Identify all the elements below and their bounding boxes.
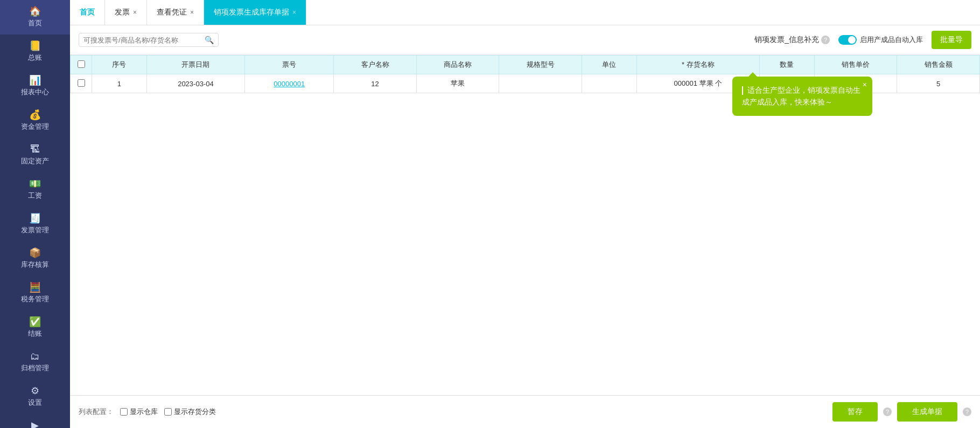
- sidebar-item-invoice-mgmt[interactable]: 🧾 发票管理: [0, 207, 70, 241]
- sidebar-label-wage: 工资: [28, 191, 42, 201]
- auto-warehousing-toggle[interactable]: [838, 35, 857, 45]
- sidebar-item-guide[interactable]: ▶ 新手引导: [0, 414, 70, 428]
- cell-open-date: 2023-03-04: [146, 74, 244, 93]
- asset-icon: 🏗: [30, 144, 40, 154]
- header-quantity: 数量: [760, 56, 815, 74]
- sidebar-label-report: 报表中心: [21, 87, 49, 97]
- invoice-mgmt-icon: 🧾: [29, 213, 41, 223]
- info-label: 销项发票_信息补充: [754, 35, 819, 45]
- sidebar-item-ledger[interactable]: 📒 总账: [0, 34, 70, 69]
- row-checkbox[interactable]: [78, 79, 85, 87]
- tab-bar: 首页 发票 × 查看凭证 × 销项发票生成库存单据 ×: [70, 0, 980, 25]
- tab-invoice[interactable]: 发票 ×: [105, 0, 147, 25]
- sidebar-item-asset[interactable]: 🏗 固定资产: [0, 138, 70, 172]
- sidebar-item-capital[interactable]: 💰 资金管理: [0, 103, 70, 138]
- archive-icon: 🗂: [30, 351, 40, 361]
- row-checkbox-cell[interactable]: [71, 74, 92, 93]
- tooltip-close-icon[interactable]: ×: [863, 81, 867, 88]
- sidebar-label-ledger: 总账: [28, 53, 42, 63]
- sidebar-label-settings: 设置: [28, 398, 42, 408]
- sidebar-label-capital: 资金管理: [21, 122, 49, 132]
- tab-voucher[interactable]: 查看凭证 ×: [147, 0, 204, 25]
- show-stock-category-text: 显示存货分类: [174, 407, 216, 417]
- header-customer: 客户名称: [334, 56, 417, 74]
- header-open-date: 开票日期: [146, 56, 244, 74]
- ledger-icon: 📒: [29, 41, 41, 51]
- info-label-wrap: 销项发票_信息补充 ?: [754, 35, 830, 45]
- header-unit: 单位: [582, 56, 636, 74]
- tab-credit-invoice[interactable]: 销项发票生成库存单据 ×: [204, 0, 306, 25]
- tab-credit-invoice-close[interactable]: ×: [292, 9, 296, 16]
- tab-home[interactable]: 首页: [70, 0, 105, 25]
- sidebar-label-settle: 结账: [28, 329, 42, 339]
- show-warehouse-label[interactable]: 显示仓库: [120, 407, 158, 417]
- save-help-icon[interactable]: ?: [883, 408, 892, 416]
- cell-model: [499, 74, 582, 93]
- tooltip-popup: × 适合生产型企业，销项发票自动生成产成品入库，快来体验～: [732, 77, 872, 116]
- report-icon: 📊: [29, 75, 41, 85]
- tab-voucher-label: 查看凭证: [157, 8, 187, 17]
- cell-unit: [582, 74, 636, 93]
- capital-icon: 💰: [29, 110, 41, 120]
- tab-voucher-close[interactable]: ×: [190, 9, 194, 16]
- tooltip-cursor: [742, 86, 743, 95]
- header-checkbox-cell[interactable]: [71, 56, 92, 74]
- header-goods-name: 商品名称: [416, 56, 499, 74]
- sidebar-item-settings[interactable]: ⚙ 设置: [0, 379, 70, 414]
- show-stock-category-checkbox[interactable]: [164, 408, 172, 416]
- list-config: 列表配置： 显示仓库 显示存货分类: [79, 407, 216, 417]
- sidebar-item-tax[interactable]: 🧮 税务管理: [0, 276, 70, 310]
- toggle-wrap: 启用产成品自动入库: [838, 35, 923, 45]
- toolbar-right: 销项发票_信息补充 ? 启用产成品自动入库 批量导: [754, 31, 971, 49]
- table-header-row: 序号 开票日期 票号 客户名称 商品名称 规格型号 单位 * 存货名称 数量 销…: [71, 56, 980, 74]
- help-icon[interactable]: ?: [821, 36, 830, 44]
- cell-amount: 5: [897, 74, 980, 93]
- sidebar-item-archive[interactable]: 🗂 归档管理: [0, 345, 70, 379]
- guide-icon: ▶: [31, 420, 39, 428]
- show-stock-category-label[interactable]: 显示存货分类: [164, 407, 216, 417]
- search-wrap[interactable]: 🔍: [79, 33, 219, 47]
- sidebar-item-report[interactable]: 📊 报表中心: [0, 69, 70, 103]
- toggle-label: 启用产成品自动入库: [860, 35, 923, 45]
- sidebar-item-settle[interactable]: ✅ 结账: [0, 310, 70, 345]
- tab-invoice-label: 发票: [115, 8, 130, 17]
- settle-icon: ✅: [29, 317, 41, 327]
- show-warehouse-text: 显示仓库: [130, 407, 158, 417]
- inventory-icon: 📦: [29, 248, 41, 258]
- generate-button[interactable]: 生成单据: [897, 402, 957, 422]
- tab-home-label: 首页: [80, 8, 95, 17]
- cell-seq: 1: [92, 74, 147, 93]
- gen-help-icon[interactable]: ?: [963, 408, 971, 416]
- header-unit-price: 销售单价: [814, 56, 897, 74]
- batch-btn[interactable]: 批量导: [932, 31, 971, 49]
- toolbar: 🔍 销项发票_信息补充 ? 启用产成品自动入库 批量导: [70, 25, 980, 55]
- tax-icon: 🧮: [29, 282, 41, 292]
- sidebar-label-asset: 固定资产: [21, 156, 49, 166]
- settings-icon: ⚙: [31, 386, 39, 396]
- sidebar-label-home: 首页: [28, 18, 42, 28]
- tooltip-text: 适合生产型企业，销项发票自动生成产成品入库，快来体验～: [742, 86, 860, 106]
- sidebar-item-wage[interactable]: 💵 工资: [0, 172, 70, 207]
- sidebar-item-home[interactable]: 🏠 首页: [0, 0, 70, 34]
- sidebar: 🏠 首页 📒 总账 📊 报表中心 💰 资金管理 🏗 固定资产 💵 工资 🧾 发票…: [0, 0, 70, 428]
- wage-icon: 💵: [29, 179, 41, 189]
- header-ticket-no: 票号: [245, 56, 334, 74]
- sidebar-label-invoice-mgmt: 发票管理: [21, 225, 49, 235]
- config-label: 列表配置：: [79, 407, 114, 417]
- header-checkbox[interactable]: [78, 60, 85, 68]
- main-area: 首页 发票 × 查看凭证 × 销项发票生成库存单据 × 🔍 销项发票_信息补充 …: [70, 0, 980, 428]
- bottom-bar: 列表配置： 显示仓库 显示存货分类 暂存 ? 生成单据 ?: [70, 395, 980, 428]
- search-input[interactable]: [83, 36, 201, 44]
- sidebar-item-inventory[interactable]: 📦 库存核算: [0, 241, 70, 276]
- header-stock-name: * 存货名称: [636, 56, 760, 74]
- tab-invoice-close[interactable]: ×: [133, 9, 137, 16]
- save-button[interactable]: 暂存: [832, 402, 878, 422]
- home-icon: 🏠: [29, 6, 41, 16]
- bottom-right: 暂存 ? 生成单据 ?: [832, 402, 971, 422]
- cell-ticket-no[interactable]: 00000001: [245, 74, 334, 93]
- cell-goods-name: 苹果: [416, 74, 499, 93]
- sidebar-label-inventory: 库存核算: [21, 260, 49, 270]
- ticket-no-link[interactable]: 00000001: [274, 80, 305, 88]
- show-warehouse-checkbox[interactable]: [120, 408, 128, 416]
- cell-customer: 12: [334, 74, 417, 93]
